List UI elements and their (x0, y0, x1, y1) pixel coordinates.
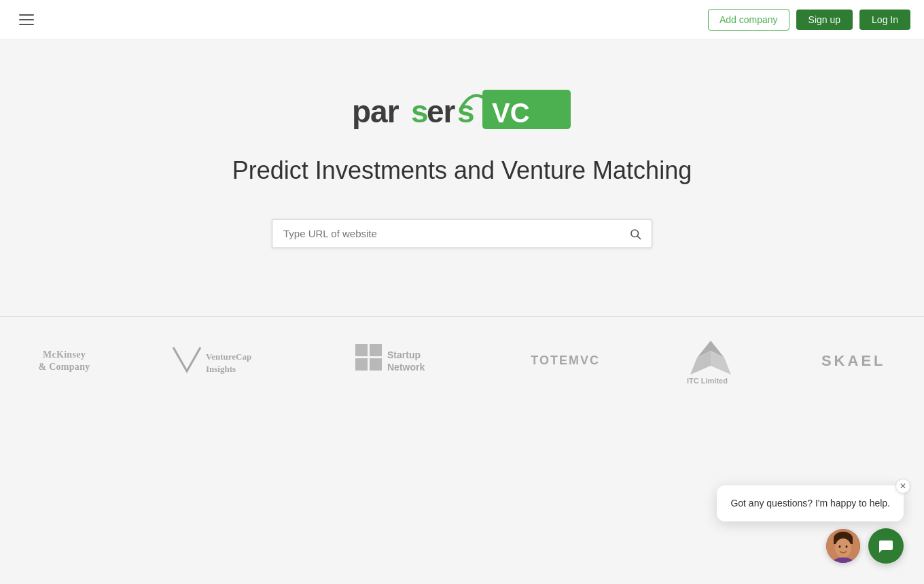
svg-point-23 (835, 538, 851, 557)
header-right: Add company Sign up Log In (708, 9, 910, 31)
hero-section: par s er s VC Predict Investments and Ve… (0, 39, 924, 316)
partner-logo-mckinsey: McKinsey& Company (38, 349, 90, 373)
svg-rect-10 (355, 344, 368, 356)
svg-text:Startup: Startup (387, 349, 421, 360)
svg-text:Insights: Insights (206, 364, 236, 374)
search-icon (629, 228, 641, 240)
svg-text:par: par (352, 94, 399, 129)
chat-open-button[interactable] (868, 528, 904, 564)
chat-message: Got any questions? I'm happy to help. (730, 498, 890, 509)
svg-line-7 (637, 236, 640, 239)
menu-button[interactable] (14, 9, 39, 31)
signup-button[interactable]: Sign up (796, 10, 853, 30)
chat-avatar (826, 529, 860, 563)
svg-text:s: s (457, 94, 475, 129)
hero-title: Predict Investments and Venture Matching (232, 156, 692, 185)
search-container (272, 219, 652, 248)
chat-close-button[interactable]: ✕ (895, 479, 910, 494)
svg-text:er: er (427, 94, 456, 129)
partner-logo-totemvc: TOTEMVC (531, 353, 600, 368)
partner-logo-venturecap: VentureCap Insights (166, 341, 275, 381)
partner-logo-itc: ITC Limited (677, 337, 745, 385)
header-left (14, 9, 39, 31)
svg-rect-11 (370, 344, 382, 356)
parsers-vc-logo: par s er s VC (346, 80, 578, 135)
svg-text:VC: VC (492, 98, 530, 128)
svg-text:Network: Network (387, 362, 425, 373)
logo-container: par s er s VC (346, 80, 578, 137)
login-button[interactable]: Log In (859, 10, 910, 30)
add-company-button[interactable]: Add company (708, 9, 789, 31)
chat-icon (878, 538, 894, 554)
url-search-input[interactable] (272, 219, 618, 248)
partner-logo-startup: Startup Network (352, 341, 454, 381)
chat-bubble: ✕ Got any questions? I'm happy to help. (717, 485, 904, 521)
svg-text:s: s (411, 94, 429, 129)
svg-text:ITC Limited: ITC Limited (687, 377, 728, 385)
search-button[interactable] (618, 219, 652, 248)
partners-strip: McKinsey& Company VentureCap Insights St… (0, 316, 924, 405)
svg-point-25 (846, 545, 848, 548)
svg-text:VentureCap: VentureCap (206, 351, 251, 362)
svg-rect-13 (370, 358, 382, 371)
svg-point-24 (839, 545, 841, 548)
partner-logo-skael: SKAEL (821, 351, 886, 371)
chat-row (826, 528, 904, 564)
avatar-face-icon (826, 529, 860, 563)
header: Add company Sign up Log In (0, 0, 924, 39)
svg-rect-12 (355, 358, 368, 371)
chat-widget: ✕ Got any questions? I'm happy to help. (717, 485, 904, 564)
